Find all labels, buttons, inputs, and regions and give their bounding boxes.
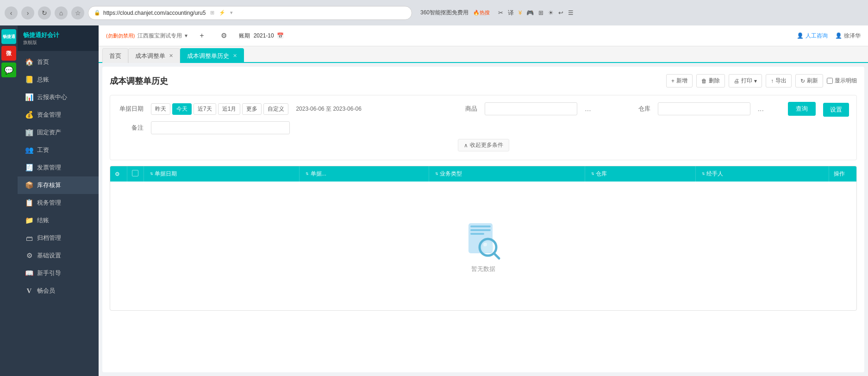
collapse-button[interactable]: ∧ 收起更多条件: [458, 139, 509, 151]
refresh-button-page[interactable]: ↻ 刷新: [795, 74, 823, 88]
col-actions: 操作: [834, 170, 845, 177]
product-input[interactable]: [485, 102, 577, 115]
data-table: ⚙ ⇅ 单据日期 ⇅ 单据...: [110, 166, 856, 310]
th-warehouse[interactable]: ⇅ 仓库: [585, 166, 695, 182]
refresh-icon: ↻: [800, 78, 805, 84]
add-account-button[interactable]: +: [195, 29, 208, 42]
print-label: 打印: [741, 77, 752, 85]
delete-button[interactable]: 🗑 删除: [696, 74, 725, 88]
th-biz-type[interactable]: ⇅ 业务类型: [429, 166, 585, 182]
period-value: 2021-10: [254, 32, 274, 39]
tab-cost-adjust-history[interactable]: 成本调整单历史 ✕: [180, 48, 244, 63]
date-btn-more[interactable]: 更多: [242, 103, 262, 115]
payroll-icon: 👥: [25, 146, 33, 154]
back-button[interactable]: ‹: [5, 6, 18, 19]
sidebar-item-payroll[interactable]: 👥 工资: [18, 141, 99, 159]
product-ellipsis[interactable]: ...: [585, 105, 591, 113]
service-person-icon: 👤: [797, 32, 804, 39]
user-avatar[interactable]: 👤 徐泽华: [835, 32, 861, 40]
address-bar[interactable]: 🔒 https://cloud.chanjet.com/accounting/u…: [88, 6, 412, 20]
date-btn-today[interactable]: 今天: [172, 103, 192, 115]
calendar-icon[interactable]: 📅: [277, 32, 284, 39]
sidebar-item-inventory[interactable]: 📦 库存核算: [18, 176, 99, 194]
delete-icon: 🗑: [701, 78, 707, 84]
sidebar-item-reports[interactable]: 📊 云报表中心: [18, 88, 99, 106]
sidebar-label-home: 首页: [37, 58, 49, 66]
sidebar-label-reports: 云报表中心: [37, 93, 67, 101]
sidebar-item-settings[interactable]: ⚙ 基础设置: [18, 247, 99, 264]
sidebar-label-archive: 归档管理: [37, 234, 61, 242]
vip-icon: V: [25, 287, 33, 295]
forward-button[interactable]: ›: [21, 6, 34, 19]
home-button[interactable]: ⌂: [55, 6, 68, 19]
display-toggle-checkbox[interactable]: [827, 78, 833, 84]
user-service[interactable]: 👤 人工咨询: [797, 32, 828, 40]
home-icon: 🏠: [25, 58, 33, 66]
account-settings-button[interactable]: ⚙: [216, 29, 231, 42]
sidebar-item-finance[interactable]: 💰 资金管理: [18, 106, 99, 124]
col-biz-type: 业务类型: [440, 170, 462, 177]
export-icon: ↑: [771, 78, 774, 84]
sidebar-label-guide: 新手引导: [37, 269, 61, 277]
date-btn-7days[interactable]: 近7天: [194, 103, 216, 115]
svg-point-7: [483, 243, 487, 246]
empty-state: 暂无数据: [110, 182, 856, 310]
tab-cost-adjust[interactable]: 成本调整单 ✕: [128, 48, 180, 63]
chanjet-logo: 畅捷通: [1, 29, 16, 44]
sidebar-item-archive[interactable]: 🗃 归档管理: [18, 229, 99, 247]
sidebar-item-guide[interactable]: 📖 新手引导: [18, 264, 99, 282]
empty-state-row: 暂无数据: [110, 182, 856, 310]
tab-home[interactable]: 首页: [102, 48, 128, 63]
settings-filter-button[interactable]: 设置: [823, 103, 849, 117]
warehouse-ellipsis[interactable]: ...: [758, 105, 764, 113]
hot-search-label: 🔥热搜: [473, 9, 490, 16]
app-icon-green[interactable]: 💬: [1, 63, 16, 77]
search-label: 360智能抠图免费用: [420, 9, 468, 17]
print-button[interactable]: 🖨 打印 ▾: [729, 74, 762, 88]
sidebar-item-vip[interactable]: V 畅会员: [18, 282, 99, 300]
sort-icon-handler: ⇅: [702, 172, 705, 176]
cut-icon: ✂: [498, 9, 503, 16]
bookmark-button[interactable]: ☆: [71, 6, 84, 19]
finance-icon: 💰: [25, 111, 33, 119]
remark-input[interactable]: [151, 121, 290, 134]
th-checkbox[interactable]: [127, 166, 144, 182]
th-settings[interactable]: ⚙: [110, 166, 127, 182]
select-all-checkbox[interactable]: [132, 170, 138, 176]
app-icon-weibo[interactable]: 微: [1, 46, 16, 61]
refresh-button[interactable]: ↻: [38, 6, 51, 19]
date-btn-custom[interactable]: 自定义: [263, 103, 288, 115]
date-btn-1month[interactable]: 近1月: [218, 103, 241, 115]
browser-chrome: ‹ › ↻ ⌂ ☆ 🔒 https://cloud.chanjet.com/ac…: [0, 0, 868, 25]
username: 徐泽华: [844, 32, 861, 40]
tab-cost-adjust-label: 成本调整单: [135, 52, 165, 60]
tab-cost-adjust-history-close[interactable]: ✕: [233, 53, 237, 59]
grid-icon: ⊞: [538, 9, 543, 16]
account-selector[interactable]: (勿删勿禁用) 江西服宝测试专用 ▾: [106, 32, 187, 40]
date-btn-yesterday[interactable]: 昨天: [151, 103, 170, 115]
col-doc-no: 单据...: [311, 170, 326, 177]
sort-icon-biz-type: ⇅: [435, 172, 438, 176]
period-label: 账期: [239, 32, 250, 40]
sidebar-item-home[interactable]: 🏠 首页: [18, 53, 99, 71]
th-handler[interactable]: ⇅ 经手人: [695, 166, 829, 182]
filter-row-1: 单据日期 昨天 今天 近7天 近1月 更多 自定义 2023-06-06 至 2…: [118, 101, 849, 117]
th-doc-no[interactable]: ⇅ 单据...: [300, 166, 429, 182]
th-actions: 操作: [829, 166, 856, 182]
sidebar-item-ledger[interactable]: 📒 总账: [18, 71, 99, 88]
sidebar-item-tax[interactable]: 📋 税务管理: [18, 194, 99, 212]
query-button[interactable]: 查询: [788, 102, 816, 116]
warehouse-label: 仓库: [624, 105, 650, 113]
undo-icon: ↩: [558, 9, 563, 16]
display-toggle-label: 显示明细: [835, 77, 857, 85]
sidebar-item-closing[interactable]: 📁 结账: [18, 212, 99, 229]
settings-icon: ⚙: [25, 251, 33, 260]
sidebar-item-fixed-assets[interactable]: 🏢 固定资产: [18, 124, 99, 141]
sidebar-item-invoice[interactable]: 🧾 发票管理: [18, 159, 99, 176]
top-bar: (勿删勿禁用) 江西服宝测试专用 ▾ + ⚙ 账期 2021-10 📅 👤 人工…: [99, 25, 868, 46]
warehouse-input[interactable]: [658, 102, 750, 115]
tab-cost-adjust-close[interactable]: ✕: [169, 53, 173, 59]
th-doc-date[interactable]: ⇅ 单据日期: [144, 166, 300, 182]
new-button[interactable]: + 新增: [666, 74, 693, 88]
export-button[interactable]: ↑ 导出: [766, 74, 792, 88]
